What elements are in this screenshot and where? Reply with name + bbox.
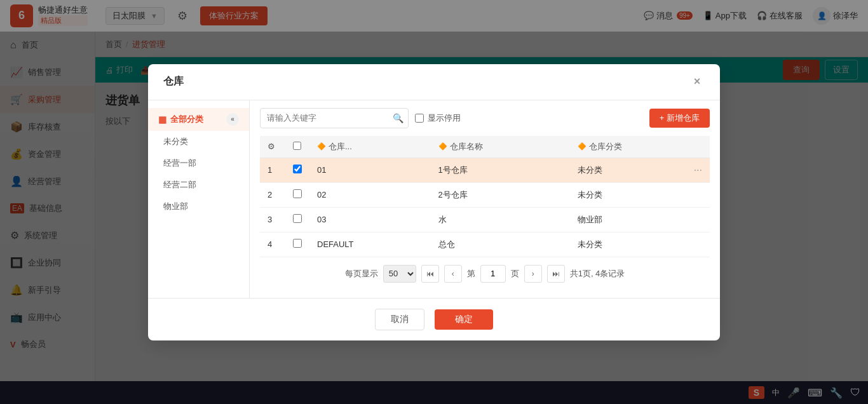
category-item-unclassified[interactable]: 未分类 — [148, 131, 249, 152]
row-category: 未分类 — [570, 232, 710, 257]
sort-icon-name: 🔶 — [438, 142, 447, 151]
row-checkbox[interactable] — [285, 207, 309, 232]
row-number: 1 — [260, 158, 285, 182]
page-size-select[interactable]: 50 100 — [383, 265, 416, 283]
cancel-button[interactable]: 取消 — [375, 309, 424, 330]
first-page-button[interactable]: ⏮ — [421, 265, 439, 283]
show-disabled-checkbox[interactable] — [415, 114, 424, 123]
settings-col-icon: ⚙ — [268, 142, 275, 151]
select-all-checkbox[interactable] — [293, 142, 301, 150]
col-name: 🔶 仓库名称 — [431, 136, 571, 158]
col-settings: ⚙ — [260, 136, 285, 158]
row-name: 1号仓库 — [431, 158, 571, 182]
category-item-dept1[interactable]: 经营一部 — [148, 152, 249, 174]
row-more-icon[interactable]: ··· — [694, 165, 702, 176]
sort-icon-category: 🔶 — [578, 142, 587, 151]
search-button[interactable]: 🔍 — [388, 108, 408, 128]
table-row[interactable]: 4 DEFAULT 总仓 未分类 — [260, 232, 710, 257]
category-panel: ▦ 全部分类 « 未分类 经营一部 经营二部 物业部 — [148, 100, 250, 298]
col-category: 🔶 仓库分类 — [570, 136, 710, 158]
table-row[interactable]: 3 03 水 物业部 — [260, 207, 710, 232]
warehouse-modal: 仓库 × ▦ 全部分类 « 未分类 经营一部 经营二部 — [148, 64, 720, 340]
grid-icon: ▦ — [158, 114, 166, 125]
modal-close-button[interactable]: × — [689, 74, 705, 90]
modal-footer: 取消 确定 — [148, 298, 720, 340]
sort-icon-code: 🔶 — [317, 142, 326, 151]
row-checkbox[interactable] — [285, 232, 309, 257]
row-code: 02 — [309, 182, 431, 207]
page-number-input[interactable] — [480, 265, 506, 283]
row-code: 03 — [309, 207, 431, 232]
row-number: 3 — [260, 207, 285, 232]
row-code: DEFAULT — [309, 232, 431, 257]
confirm-button[interactable]: 确定 — [435, 309, 493, 330]
pagination: 每页显示 50 100 ⏮ ‹ 第 页 › ⏭ 共1页, 4条记录 — [260, 257, 710, 290]
table-toolbar: 🔍 显示停用 + 新增仓库 — [260, 108, 710, 128]
row-checkbox[interactable] — [285, 182, 309, 207]
modal-title: 仓库 — [163, 75, 184, 88]
row-checkbox[interactable] — [285, 158, 309, 182]
next-page-button[interactable]: › — [524, 265, 542, 283]
prev-page-button[interactable]: ‹ — [444, 265, 462, 283]
modal-body: ▦ 全部分类 « 未分类 经营一部 经营二部 物业部 — [148, 100, 720, 298]
row-number: 2 — [260, 182, 285, 207]
total-info: 共1页, 4条记录 — [570, 268, 625, 279]
modal-overlay[interactable]: 仓库 × ▦ 全部分类 « 未分类 经营一部 经营二部 — [0, 0, 868, 404]
search-box: 🔍 — [260, 108, 409, 128]
add-warehouse-button[interactable]: + 新增仓库 — [649, 109, 710, 128]
col-checkbox — [285, 136, 309, 158]
collapse-button[interactable]: « — [226, 113, 239, 126]
show-disabled-toggle[interactable]: 显示停用 — [415, 112, 461, 124]
row-name: 2号仓库 — [431, 182, 571, 207]
row-category: 未分类 ··· — [570, 158, 710, 182]
row-name: 水 — [431, 207, 571, 232]
table-row[interactable]: 2 02 2号仓库 未分类 — [260, 182, 710, 207]
category-item-property[interactable]: 物业部 — [148, 196, 249, 217]
last-page-button[interactable]: ⏭ — [547, 265, 565, 283]
row-category: 未分类 — [570, 182, 710, 207]
modal-header: 仓库 × — [148, 64, 720, 100]
warehouse-table: ⚙ 🔶 仓库... — [260, 136, 710, 257]
table-panel: 🔍 显示停用 + 新增仓库 ⚙ — [250, 100, 720, 298]
row-category: 物业部 — [570, 207, 710, 232]
row-number: 4 — [260, 232, 285, 257]
table-row[interactable]: 1 01 1号仓库 未分类 ··· — [260, 158, 710, 182]
row-code: 01 — [309, 158, 431, 182]
category-all-button[interactable]: ▦ 全部分类 « — [148, 108, 249, 131]
category-item-dept2[interactable]: 经营二部 — [148, 174, 249, 196]
search-input[interactable] — [261, 113, 388, 123]
row-name: 总仓 — [431, 232, 571, 257]
col-code: 🔶 仓库... — [309, 136, 431, 158]
